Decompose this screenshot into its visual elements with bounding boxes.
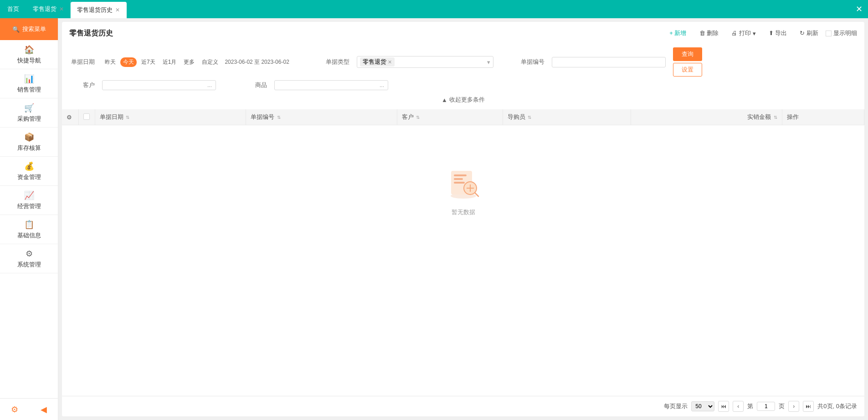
- setting-btn[interactable]: 设置: [673, 63, 702, 77]
- total-text: 共0页, 0条记录: [817, 402, 857, 410]
- tab-home[interactable]: 首页: [0, 5, 26, 13]
- pagination-bar: 每页显示 50 20 100 ⏮ ‹ 第 页 › ⏭ 共0页, 0条记录: [62, 396, 864, 416]
- sidebar-item-operations[interactable]: 📈 经营管理: [0, 186, 58, 215]
- goods-input[interactable]: ...: [274, 80, 388, 90]
- sort-date-icon: ⇅: [126, 115, 129, 120]
- finance-icon: 💰: [24, 161, 34, 171]
- display-detail-checkbox[interactable]: [826, 31, 832, 36]
- page-label-prefix: 第: [747, 402, 753, 410]
- sidebar-item-quick-nav[interactable]: 🏠 快捷导航: [0, 40, 58, 69]
- page-label-suffix: 页: [779, 402, 785, 410]
- svg-rect-4: [454, 182, 465, 184]
- date-range-display: 2023-06-02 至 2023-06-02: [225, 58, 289, 66]
- empty-state: 暂无数据: [62, 125, 864, 253]
- page-first-btn[interactable]: ⏮: [718, 401, 729, 412]
- page-number-input[interactable]: [757, 402, 775, 411]
- main-layout: 🔍 搜索菜单 🏠 快捷导航 📊 销售管理 🛒 采购管理 📦 库存核算 💰: [0, 18, 868, 420]
- sidebar-item-purchase[interactable]: 🛒 采购管理: [0, 98, 58, 128]
- type-tag-retail-return: 零售退货 ✕: [360, 57, 395, 67]
- voucher-input[interactable]: [552, 57, 666, 67]
- refresh-btn[interactable]: ↻ 刷新: [796, 27, 822, 39]
- select-all-checkbox[interactable]: [83, 113, 90, 120]
- page-title-bar: 零售退货历史 + 新增 🗑 删除 🖨 打印 ▾: [69, 27, 857, 39]
- column-settings-icon[interactable]: ⚙: [67, 114, 72, 121]
- type-dropdown-icon: ▾: [487, 59, 490, 66]
- collapse-sidebar-icon[interactable]: ◀: [41, 405, 47, 415]
- toolbar: + 新增 🗑 删除 🖨 打印 ▾ ⬆ 导出: [666, 27, 822, 39]
- date-opt-1month[interactable]: 近1月: [160, 57, 180, 67]
- tab-retail-return-history[interactable]: 零售退货历史 ✕: [71, 2, 127, 18]
- sort-customer-icon: ⇅: [416, 115, 420, 120]
- collapse-bar[interactable]: ▲ 收起更多条件: [69, 94, 857, 106]
- type-tag-close-icon[interactable]: ✕: [388, 59, 392, 65]
- date-opt-more[interactable]: 更多: [181, 57, 197, 67]
- new-btn[interactable]: + 新增: [666, 27, 690, 39]
- sidebar-item-sales[interactable]: 📊 销售管理: [0, 69, 58, 98]
- search-icon: 🔍: [12, 26, 20, 33]
- empty-text: 暂无数据: [452, 208, 475, 216]
- date-opt-custom[interactable]: 自定义: [199, 57, 221, 67]
- type-filter-box[interactable]: 零售退货 ✕ ▾: [357, 56, 493, 68]
- tab-close-retail-return[interactable]: ✕: [59, 6, 64, 12]
- th-customer[interactable]: 客户 ⇅: [397, 109, 503, 125]
- sidebar-item-system[interactable]: ⚙ 系统管理: [0, 244, 58, 273]
- sidebar: 🔍 搜索菜单 🏠 快捷导航 📊 销售管理 🛒 采购管理 📦 库存核算 💰: [0, 18, 58, 420]
- goods-label: 商品: [241, 81, 267, 89]
- purchase-icon: 🛒: [24, 103, 34, 113]
- print-btn[interactable]: 🖨 打印 ▾: [728, 27, 760, 39]
- system-icon: ⚙: [26, 249, 33, 259]
- search-menu-btn[interactable]: 🔍 搜索菜单: [0, 18, 58, 40]
- date-opt-7days[interactable]: 近7天: [139, 57, 158, 67]
- content-area: 零售退货历史 + 新增 🗑 删除 🖨 打印 ▾: [58, 18, 868, 420]
- th-date[interactable]: 单据日期 ⇅: [95, 109, 246, 125]
- page-next-btn[interactable]: ›: [788, 401, 799, 412]
- display-detail-option: 显示明细: [826, 29, 857, 37]
- table-wrapper: ⚙ 单据日期 ⇅ 单据编号: [62, 109, 864, 396]
- svg-rect-3: [454, 178, 463, 180]
- data-table: ⚙ 单据日期 ⇅ 单据编号: [62, 109, 864, 125]
- voucher-label: 单据编号: [519, 58, 544, 66]
- date-opt-today[interactable]: 今天: [120, 57, 137, 67]
- top-bar: 首页 零售退货 ✕ 零售退货历史 ✕ ✕: [0, 0, 868, 18]
- settings-bottom-icon[interactable]: ⚙: [11, 405, 18, 415]
- delete-btn[interactable]: 🗑 删除: [696, 27, 723, 39]
- table-section: ⚙ 单据日期 ⇅ 单据编号: [62, 109, 864, 416]
- type-label: 单据类型: [324, 58, 349, 66]
- page-size-select[interactable]: 50 20 100: [691, 401, 714, 411]
- customer-input[interactable]: ...: [102, 80, 216, 90]
- sort-no-icon: ⇅: [277, 115, 281, 120]
- sidebar-bottom: ⚙ ◀: [0, 398, 58, 420]
- query-actions: 查询 设置: [673, 47, 702, 77]
- sort-amount-icon: ⇅: [774, 115, 777, 120]
- query-btn[interactable]: 查询: [673, 47, 702, 61]
- tab-retail-return[interactable]: 零售退货 ✕: [26, 0, 71, 18]
- page-title: 零售退货历史: [69, 29, 113, 38]
- th-settings[interactable]: ⚙: [62, 109, 78, 125]
- tab-close-history[interactable]: ✕: [115, 7, 120, 13]
- th-action: 操作: [782, 109, 864, 125]
- page-card: 零售退货历史 + 新增 🗑 删除 🖨 打印 ▾: [62, 22, 864, 416]
- page-prev-btn[interactable]: ‹: [733, 401, 744, 412]
- home-icon: 🏠: [24, 45, 34, 55]
- customer-ellipsis: ...: [207, 82, 212, 88]
- sidebar-item-inventory[interactable]: 📦 库存核算: [0, 128, 58, 157]
- th-checkbox[interactable]: [78, 109, 95, 125]
- th-amount[interactable]: 实销金额 ⇅: [631, 109, 782, 125]
- window-close-btn[interactable]: ✕: [856, 5, 863, 13]
- date-options: 昨天 今天 近7天 近1月 更多 自定义 2023-06-02 至 2023-0…: [102, 57, 289, 67]
- sidebar-nav: 🏠 快捷导航 📊 销售管理 🛒 采购管理 📦 库存核算 💰 资金管理 📈: [0, 40, 58, 398]
- filter-row-2: 客户 ... 商品 ...: [69, 80, 857, 90]
- empty-icon: [443, 162, 484, 203]
- sidebar-item-basic-info[interactable]: 📋 基础信息: [0, 215, 58, 244]
- th-guide[interactable]: 导购员 ⇅: [503, 109, 631, 125]
- th-no[interactable]: 单据编号 ⇅: [246, 109, 397, 125]
- filter-area: 单据日期 昨天 今天 近7天 近1月 更多 自定义 2023-06-02 至 2…: [69, 44, 857, 109]
- date-opt-yesterday[interactable]: 昨天: [102, 57, 118, 67]
- page-last-btn[interactable]: ⏭: [803, 401, 814, 412]
- collapse-up-icon: ▲: [442, 97, 447, 103]
- sidebar-item-finance[interactable]: 💰 资金管理: [0, 157, 58, 186]
- export-btn[interactable]: ⬆ 导出: [765, 27, 791, 39]
- operations-icon: 📈: [24, 190, 34, 200]
- print-dropdown-icon: ▾: [753, 30, 756, 37]
- basic-info-icon: 📋: [24, 220, 34, 230]
